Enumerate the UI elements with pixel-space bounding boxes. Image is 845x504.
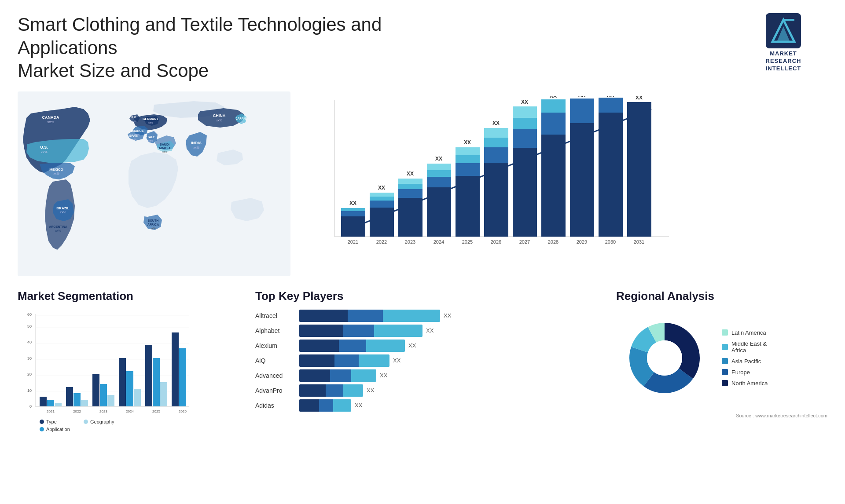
page-title: Smart Clothing and Textile Technologies … (18, 13, 414, 83)
logo-text: MARKET RESEARCH INTELLECT (766, 50, 801, 73)
map-section: CANADA xx% U.S. xx% MEXICO xx% BRAZIL xx… (18, 91, 290, 276)
svg-rect-126 (126, 371, 133, 406)
svg-rect-134 (179, 348, 186, 406)
svg-text:ITALY: ITALY (146, 135, 154, 139)
svg-text:xx%: xx% (131, 138, 136, 141)
world-map-svg: CANADA xx% U.S. xx% MEXICO xx% BRAZIL xx… (18, 91, 290, 276)
svg-rect-129 (145, 345, 152, 406)
logo-area: MARKET RESEARCH INTELLECT (739, 13, 827, 73)
svg-rect-47 (370, 201, 394, 208)
svg-text:xx%: xx% (162, 150, 167, 153)
svg-text:XX: XX (464, 139, 471, 146)
svg-rect-77 (513, 129, 537, 148)
svg-text:2028: 2028 (548, 239, 558, 245)
players-title: Top Key Players (255, 289, 599, 303)
svg-rect-79 (513, 106, 537, 118)
regional-legend: Latin America Middle East &Africa Asia P… (722, 329, 768, 387)
svg-text:Application: Application (46, 427, 70, 432)
svg-text:ARABIA: ARABIA (158, 146, 170, 150)
list-item: Alltracel XX (255, 310, 599, 322)
svg-rect-88 (570, 99, 594, 123)
svg-rect-48 (370, 197, 394, 201)
svg-rect-53 (398, 189, 422, 198)
page-wrapper: Smart Clothing and Textile Technologies … (0, 0, 845, 504)
svg-text:60: 60 (27, 312, 32, 317)
svg-rect-92 (599, 98, 623, 113)
svg-text:XX: XX (435, 156, 442, 162)
svg-rect-118 (73, 393, 81, 406)
svg-text:xx%: xx% (148, 121, 153, 124)
players-list: Alltracel XX Alphabet (255, 310, 599, 412)
legend-north-america: North America (722, 380, 768, 387)
svg-rect-46 (370, 208, 394, 237)
svg-text:CHINA: CHINA (213, 113, 226, 118)
svg-text:10: 10 (27, 388, 32, 393)
donut-svg (616, 310, 713, 406)
svg-text:xx%: xx% (60, 211, 66, 214)
svg-text:xx%: xx% (151, 227, 156, 230)
svg-rect-60 (427, 170, 451, 177)
svg-text:2022: 2022 (73, 409, 81, 413)
svg-text:SOUTH: SOUTH (148, 219, 159, 222)
asia-pacific-label: Asia Pacific (731, 358, 761, 365)
svg-text:2027: 2027 (519, 239, 530, 245)
svg-text:MEXICO: MEXICO (49, 168, 63, 172)
svg-text:INDIA: INDIA (191, 141, 202, 145)
svg-rect-123 (107, 395, 114, 406)
north-america-dot (722, 380, 728, 386)
svg-text:AFRICA: AFRICA (147, 223, 159, 226)
svg-text:xx%: xx% (47, 120, 54, 124)
svg-text:XX: XX (578, 96, 585, 98)
svg-point-148 (647, 340, 682, 376)
svg-rect-131 (160, 382, 167, 406)
svg-rect-58 (427, 187, 451, 237)
donut-chart (616, 310, 713, 406)
svg-text:xx%: xx% (55, 229, 61, 232)
svg-text:2029: 2029 (577, 239, 587, 245)
svg-rect-49 (370, 193, 394, 197)
list-item: Alexium XX (255, 340, 599, 352)
svg-rect-72 (484, 138, 508, 147)
list-item: AdvanPro XX (255, 384, 599, 397)
svg-rect-114 (47, 400, 54, 406)
svg-text:50: 50 (27, 324, 32, 329)
svg-text:2025: 2025 (152, 409, 160, 413)
growth-chart: XX 2021 XX 2022 XX 2023 (317, 96, 819, 272)
svg-text:2021: 2021 (348, 239, 358, 245)
svg-text:2023: 2023 (99, 409, 107, 413)
svg-text:2026: 2026 (491, 239, 501, 245)
svg-text:XX: XX (407, 171, 414, 177)
svg-text:Geography: Geography (90, 419, 114, 424)
svg-rect-67 (456, 147, 480, 155)
north-america-label: North America (731, 380, 768, 387)
svg-rect-73 (484, 128, 508, 138)
svg-text:30: 30 (27, 356, 32, 361)
svg-text:2024: 2024 (434, 239, 444, 245)
svg-text:CANADA: CANADA (42, 115, 59, 120)
svg-text:SPAIN: SPAIN (129, 134, 139, 137)
svg-text:xx%: xx% (131, 120, 136, 123)
latin-america-dot (722, 329, 728, 336)
svg-rect-83 (541, 113, 566, 135)
main-content: CANADA xx% U.S. xx% MEXICO xx% BRAZIL xx… (18, 91, 827, 435)
growth-chart-svg: XX 2021 XX 2022 XX 2023 (317, 96, 678, 267)
regional-content: Latin America Middle East &Africa Asia P… (616, 310, 827, 406)
svg-rect-41 (341, 216, 365, 237)
svg-text:xx%: xx% (216, 119, 222, 122)
svg-text:2023: 2023 (405, 239, 415, 245)
svg-rect-59 (427, 177, 451, 187)
svg-text:2030: 2030 (605, 239, 616, 245)
latin-america-label: Latin America (731, 329, 766, 336)
logo-icon (766, 13, 801, 48)
svg-rect-117 (66, 387, 73, 406)
svg-rect-71 (484, 147, 508, 163)
svg-rect-78 (513, 118, 537, 129)
svg-text:XX: XX (636, 96, 643, 101)
svg-rect-121 (92, 374, 99, 406)
svg-text:0: 0 (29, 404, 32, 409)
svg-text:XX: XX (492, 120, 500, 126)
svg-text:xx%: xx% (53, 172, 59, 175)
svg-text:SAUDI: SAUDI (160, 143, 169, 146)
svg-point-141 (84, 420, 88, 424)
bottom-content: Market Segmentation 0 10 20 30 40 50 60 (18, 289, 827, 435)
